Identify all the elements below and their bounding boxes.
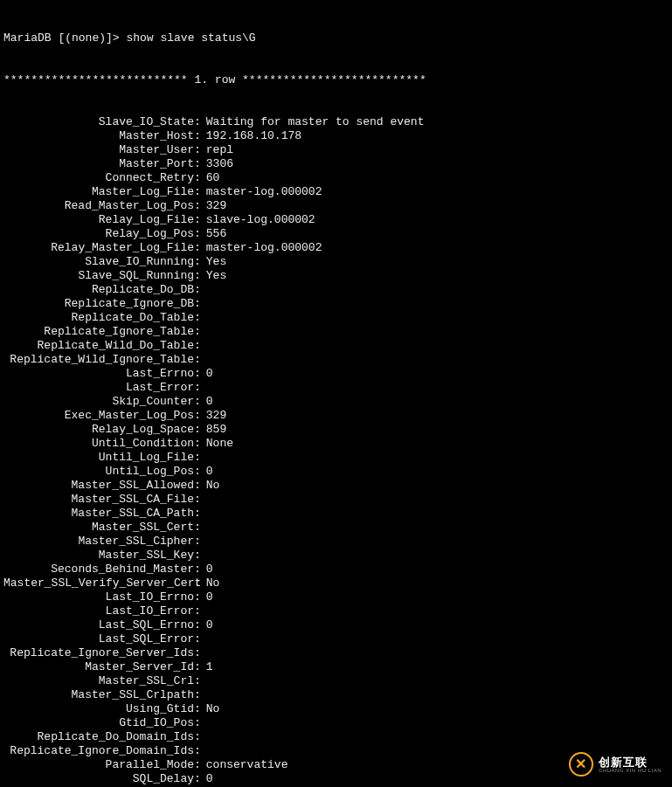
status-value: 859	[201, 423, 226, 437]
status-row: Slave_IO_State:Waiting for master to sen…	[3, 115, 669, 129]
status-row: Slave_SQL_Running:Yes	[3, 269, 669, 283]
status-row: Replicate_Do_Domain_Ids:	[3, 730, 669, 744]
status-label: Master_Port	[3, 157, 194, 171]
colon-separator: :	[194, 381, 201, 395]
watermark-main: 创新互联	[599, 756, 662, 768]
colon-separator: :	[194, 353, 201, 367]
colon-separator: :	[194, 632, 201, 646]
status-value: repl	[201, 143, 233, 157]
colon-separator: :	[194, 283, 201, 297]
status-row: Connect_Retry:60	[3, 171, 669, 185]
status-label: Replicate_Wild_Do_Table	[3, 339, 194, 353]
status-value: 1	[201, 660, 213, 674]
status-label: Master_SSL_Allowed	[3, 479, 194, 493]
status-value: master-log.000002	[201, 241, 322, 255]
status-value	[201, 325, 206, 339]
status-value	[201, 549, 206, 563]
status-value: 329	[201, 409, 226, 423]
status-label: SQL_Delay	[3, 772, 194, 786]
status-value: 329	[201, 199, 226, 213]
status-row: Replicate_Wild_Do_Table:	[3, 339, 669, 353]
status-value: 0	[201, 590, 213, 604]
colon-separator: :	[194, 255, 201, 269]
status-value: conservative	[201, 758, 288, 772]
status-row: Until_Condition:None	[3, 437, 669, 451]
status-row: Gtid_IO_Pos:	[3, 716, 669, 730]
status-label: Master_SSL_Verify_Server_Cert	[3, 576, 194, 590]
status-label: Master_Server_Id	[3, 660, 194, 674]
command-prompt: MariaDB [(none)]> show slave status\G	[3, 31, 669, 45]
status-value: 3306	[201, 157, 233, 171]
status-label: Gtid_IO_Pos	[3, 716, 194, 730]
colon-separator: :	[194, 129, 201, 143]
status-row: Master_SSL_CA_File:	[3, 493, 669, 507]
terminal-output[interactable]: MariaDB [(none)]> show slave status\G **…	[3, 3, 669, 787]
status-label: Replicate_Do_Domain_Ids	[3, 730, 194, 744]
status-value	[201, 688, 206, 702]
status-row: Until_Log_File:	[3, 451, 669, 465]
status-value	[201, 632, 206, 646]
watermark: ✕ 创新互联 CHUANG XIN HU LIAN	[569, 752, 662, 777]
colon-separator: :	[194, 521, 201, 535]
colon-separator: :	[194, 409, 201, 423]
status-value: master-log.000002	[201, 185, 322, 199]
colon-separator: :	[194, 269, 201, 283]
colon-separator: :	[194, 227, 201, 241]
colon-separator: :	[194, 507, 201, 521]
status-value: 0	[201, 772, 213, 786]
colon-separator: :	[194, 451, 201, 465]
colon-separator: :	[194, 646, 201, 660]
status-label: Connect_Retry	[3, 171, 194, 185]
status-value	[201, 730, 206, 744]
status-row: Last_Errno:0	[3, 367, 669, 381]
status-value	[201, 451, 206, 465]
status-row: Seconds_Behind_Master:0	[3, 563, 669, 576]
status-row: Master_SSL_Crlpath:	[3, 688, 669, 702]
status-row: Last_SQL_Errno:0	[3, 618, 669, 632]
status-label: Last_SQL_Error	[3, 632, 194, 646]
status-label: Last_IO_Error	[3, 604, 194, 618]
status-row: Exec_Master_Log_Pos:329	[3, 409, 669, 423]
status-row: Master_SSL_Cipher:	[3, 535, 669, 549]
status-row: Replicate_Ignore_Server_Ids:	[3, 646, 669, 660]
status-label: Slave_SQL_Running	[3, 269, 194, 283]
status-value: None	[201, 437, 233, 451]
status-row: Replicate_Wild_Ignore_Table:	[3, 353, 669, 367]
status-value	[201, 493, 206, 507]
status-rows-container: Slave_IO_State:Waiting for master to sen…	[3, 115, 669, 787]
status-label: Last_Error	[3, 381, 194, 395]
status-value: 0	[201, 367, 213, 381]
status-value	[201, 716, 206, 730]
status-row: Read_Master_Log_Pos:329	[3, 199, 669, 213]
status-label: Relay_Log_Pos	[3, 227, 194, 241]
status-value	[201, 311, 206, 325]
status-row: Relay_Log_File:slave-log.000002	[3, 213, 669, 227]
colon-separator: :	[194, 535, 201, 549]
status-label: Until_Log_File	[3, 451, 194, 465]
status-value: 0	[201, 618, 213, 632]
status-value: No	[201, 479, 220, 493]
colon-separator: :	[194, 758, 201, 772]
status-label: Last_Errno	[3, 367, 194, 381]
status-label: Master_SSL_Crlpath	[3, 688, 194, 702]
colon-separator: :	[194, 297, 201, 311]
status-value: 60	[201, 171, 220, 185]
watermark-sub: CHUANG XIN HU LIAN	[599, 768, 662, 773]
status-row: Master_Port:3306	[3, 157, 669, 171]
colon-separator: :	[194, 576, 201, 590]
row-separator: *************************** 1. row *****…	[3, 73, 669, 87]
status-value	[201, 535, 206, 549]
status-row: Replicate_Ignore_Table:	[3, 325, 669, 339]
status-label: Skip_Counter	[3, 395, 194, 409]
status-row: Master_SSL_Verify_Server_Cert:No	[3, 576, 669, 590]
status-value: Yes	[201, 269, 226, 283]
colon-separator: :	[194, 563, 201, 576]
colon-separator: :	[194, 185, 201, 199]
status-label: Master_User	[3, 143, 194, 157]
watermark-icon: ✕	[569, 752, 593, 777]
status-label: Master_SSL_Cipher	[3, 535, 194, 549]
status-row: Relay_Log_Space:859	[3, 423, 669, 437]
status-label: Replicate_Do_DB	[3, 283, 194, 297]
status-row: Skip_Counter:0	[3, 395, 669, 409]
status-value	[201, 521, 206, 535]
